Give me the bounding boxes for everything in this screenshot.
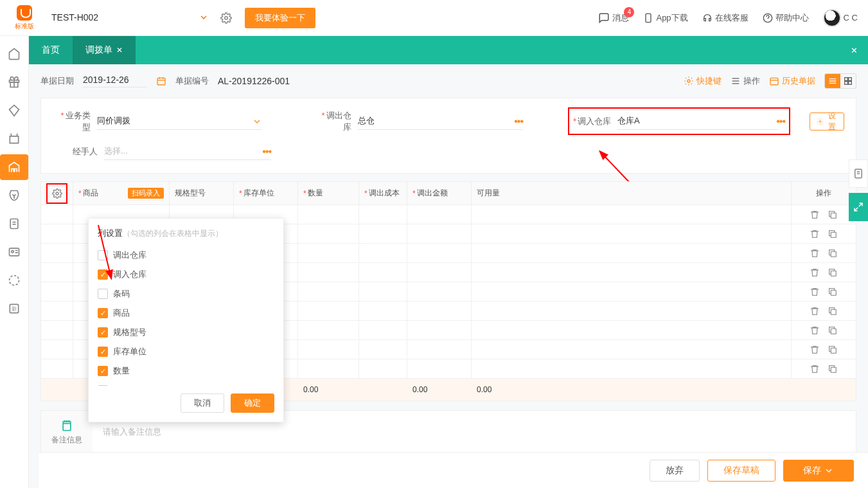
nav-loading[interactable] xyxy=(0,267,28,293)
doc-header: 单据日期 2019-12-26 单据编号 AL-20191226-001 快捷键… xyxy=(40,73,856,89)
svg-rect-37 xyxy=(831,251,836,257)
list-view-icon[interactable] xyxy=(825,74,840,88)
copy-icon[interactable] xyxy=(828,287,838,297)
view-toggle[interactable] xyxy=(824,73,856,89)
save-button[interactable]: 保存 xyxy=(783,460,854,482)
service-link[interactable]: 在线客服 xyxy=(702,12,748,24)
save-draft-button[interactable]: 保存草稿 xyxy=(707,460,775,482)
nav-gift[interactable] xyxy=(0,69,28,95)
svg-point-12 xyxy=(10,276,19,285)
svg-point-34 xyxy=(56,192,58,195)
close-icon[interactable]: ✕ xyxy=(116,46,123,55)
delete-icon[interactable] xyxy=(810,345,820,355)
column-option[interactable]: 调出仓库 xyxy=(98,246,277,265)
store-selector[interactable]: TEST-H002 xyxy=(51,8,209,28)
avatar xyxy=(823,9,841,27)
delete-icon[interactable] xyxy=(810,267,820,278)
ops-link[interactable]: 操作 xyxy=(731,75,760,87)
checkbox-icon: ✓ xyxy=(98,327,108,338)
nav-clipboard[interactable] xyxy=(0,211,28,237)
user-name: C C xyxy=(844,13,858,23)
hotkey-link[interactable]: 快捷键 xyxy=(684,75,722,87)
delete-icon[interactable] xyxy=(810,325,820,336)
copy-icon[interactable] xyxy=(828,229,838,239)
nav-money[interactable] xyxy=(0,183,28,208)
main-area: 首页 调拨单 ✕ ✕ 单据日期 2019-12-26 单据编号 AL-20191… xyxy=(29,36,868,488)
chevron-down-icon xyxy=(252,116,262,127)
header-actions: 快捷键 操作 历史单据 xyxy=(684,73,856,89)
trial-button[interactable]: 我要体验一下 xyxy=(245,8,315,28)
svg-rect-39 xyxy=(831,290,836,295)
column-option[interactable]: 单位2 xyxy=(98,381,277,386)
nav-new[interactable]: 新 xyxy=(0,296,28,321)
rail-note-icon[interactable] xyxy=(849,159,868,188)
field-in-warehouse[interactable]: *调入仓库 仓库A ••• xyxy=(573,113,785,130)
delete-icon[interactable] xyxy=(810,229,820,239)
svg-rect-36 xyxy=(831,232,836,237)
copy-icon[interactable] xyxy=(828,325,838,336)
edition-label: 标准版 xyxy=(15,22,34,31)
nav-shop[interactable] xyxy=(0,126,28,152)
popover-cancel-button[interactable]: 取消 xyxy=(181,393,224,413)
help-link[interactable]: 帮助中心 xyxy=(763,12,809,24)
gear-icon[interactable] xyxy=(220,12,232,24)
close-all-tabs[interactable]: ✕ xyxy=(840,36,868,64)
grid-view-icon[interactable] xyxy=(840,74,856,88)
history-link[interactable]: 历史单据 xyxy=(769,75,815,87)
rail-expand-icon[interactable] xyxy=(849,193,868,221)
field-handler[interactable]: 经手人 选择... ••• xyxy=(62,143,271,160)
delete-icon[interactable] xyxy=(810,210,820,220)
svg-point-19 xyxy=(687,80,690,82)
date-value[interactable]: 2019-12-26 xyxy=(83,75,147,87)
nav-id[interactable] xyxy=(0,239,28,265)
flame-icon xyxy=(17,5,32,21)
chat-icon xyxy=(598,12,610,24)
tab-transfer[interactable]: 调拨单 ✕ xyxy=(73,36,136,64)
nav-home[interactable] xyxy=(0,41,28,67)
copy-icon[interactable] xyxy=(828,210,838,220)
more-icon: ••• xyxy=(514,116,523,127)
svg-rect-42 xyxy=(831,348,836,353)
copy-icon[interactable] xyxy=(828,267,838,278)
delete-icon[interactable] xyxy=(810,248,820,258)
column-option[interactable]: ✓规格型号 xyxy=(98,323,277,342)
app-logo[interactable]: 标准版 xyxy=(10,5,39,31)
copy-icon[interactable] xyxy=(828,345,838,355)
download-label: App下载 xyxy=(656,12,687,24)
column-option[interactable]: ✓调入仓库 xyxy=(98,265,277,284)
tab-home[interactable]: 首页 xyxy=(29,36,73,64)
field-out-warehouse[interactable]: *调出仓库 总仓 ••• xyxy=(314,110,523,133)
checkbox-icon xyxy=(98,385,108,386)
popover-ok-button[interactable]: 确定 xyxy=(231,393,274,413)
nav-warehouse[interactable] xyxy=(0,154,28,180)
discard-button[interactable]: 放弃 xyxy=(650,460,700,482)
copy-icon[interactable] xyxy=(828,248,838,258)
checkbox-icon: ✓ xyxy=(98,347,108,357)
svg-rect-23 xyxy=(770,78,778,85)
copy-icon[interactable] xyxy=(828,364,838,374)
field-biz-type[interactable]: *业务类型 同价调拨 xyxy=(53,110,262,133)
calendar-icon[interactable] xyxy=(156,76,166,86)
svg-point-32 xyxy=(819,120,821,122)
copy-icon[interactable] xyxy=(828,306,838,316)
user-menu[interactable]: C C xyxy=(823,9,858,27)
download-link[interactable]: App下载 xyxy=(643,12,687,24)
footer-bar: 放弃 保存草稿 保存 xyxy=(39,452,868,488)
highlighted-field: *调入仓库 仓库A ••• xyxy=(568,107,790,135)
nav-tag[interactable] xyxy=(0,98,28,123)
column-settings-button[interactable] xyxy=(46,183,67,204)
delete-icon[interactable] xyxy=(810,306,820,316)
svg-rect-29 xyxy=(849,78,852,81)
column-option[interactable]: ✓库存单位 xyxy=(98,342,277,361)
delete-icon[interactable] xyxy=(810,364,820,374)
more-icon: ••• xyxy=(776,116,785,127)
scan-badge[interactable]: 扫码录入 xyxy=(128,188,164,199)
column-option[interactable]: 条码 xyxy=(98,284,277,303)
column-option[interactable]: ✓商品 xyxy=(98,303,277,323)
delete-icon[interactable] xyxy=(810,287,820,297)
service-label: 在线客服 xyxy=(715,12,748,24)
right-rail xyxy=(849,159,868,221)
column-option[interactable]: ✓数量 xyxy=(98,361,277,381)
settings-button[interactable]: 设置 xyxy=(810,113,844,131)
messages-link[interactable]: 消息 4 xyxy=(598,12,629,24)
